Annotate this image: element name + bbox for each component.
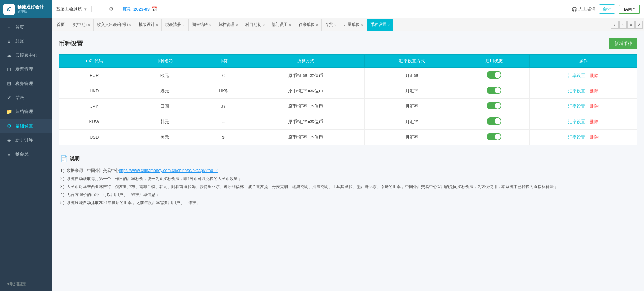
rate-setting-button[interactable]: 汇率设置 (568, 103, 585, 109)
cell-code: EUR (59, 68, 129, 83)
tab-balance[interactable]: 收(中期) × (68, 19, 94, 31)
settings-icon[interactable]: ⚙ (109, 6, 113, 12)
cell-rate-method: 月汇率 (365, 130, 459, 145)
cell-code: KRW (59, 114, 129, 130)
delete-button[interactable]: 删除 (590, 72, 599, 79)
tab-label: 模版设计 (139, 22, 155, 28)
rate-setting-button[interactable]: 汇率设置 (568, 88, 585, 94)
service-button[interactable]: 🎧 人工咨询 (572, 6, 596, 12)
tab-close-icon[interactable]: × (236, 23, 238, 27)
notes-icon: 📄 (60, 155, 68, 162)
guide-icon: ◈ (6, 137, 12, 143)
sidebar-item-archive[interactable]: 📁 归档管理 (0, 105, 52, 119)
toggle-switch[interactable] (487, 133, 501, 140)
tab-filing[interactable]: 归档管理 × (215, 19, 241, 31)
tab-close-icon[interactable]: × (182, 23, 184, 27)
tab-inventory[interactable]: 存货 × (322, 19, 340, 31)
col-calc: 折算方式 (247, 55, 364, 68)
delete-button[interactable]: 删除 (590, 134, 599, 140)
tab-home[interactable]: 首页 (53, 19, 68, 31)
toggle-switch[interactable] (487, 87, 501, 94)
cell-calc: 原币*汇率=本位币 (247, 68, 364, 83)
tab-subject[interactable]: 科目期初 × (242, 19, 268, 31)
calendar-icon[interactable]: 📅 (151, 6, 157, 12)
tab-unit[interactable]: 计量单位 × (340, 19, 367, 31)
cell-code: HKD (59, 83, 129, 99)
kuaiji-button[interactable]: 会计 (599, 4, 615, 14)
cell-code: USD (59, 130, 129, 145)
iam-button[interactable]: iAM * (619, 5, 640, 14)
sidebar-item-reports[interactable]: ☁ 云报表中心 (0, 48, 52, 62)
delete-button[interactable]: 删除 (590, 88, 599, 94)
sidebar-item-home[interactable]: ⌂ 首页 (0, 20, 52, 34)
cell-action: 汇率设置 删除 (530, 99, 637, 114)
sidebar-item-guide[interactable]: ◈ 新手引导 (0, 133, 52, 147)
tab-currency[interactable]: 币种设置 × (367, 19, 393, 31)
sidebar-item-ledger[interactable]: ≡ 总账 (0, 34, 52, 48)
cloud-icon: ☁ (6, 52, 12, 58)
tab-template[interactable]: 模版设计 × (135, 19, 162, 31)
rate-setting-button[interactable]: 汇率设置 (568, 119, 585, 125)
tab-close-icon[interactable]: × (209, 23, 211, 27)
tab-label: 收入支出表(年报) (97, 22, 128, 28)
tab-next-button[interactable]: › (619, 21, 627, 29)
tab-close-icon[interactable]: × (129, 23, 131, 27)
unpin-button[interactable]: ◀取消固定 (0, 277, 52, 291)
cell-rate-method: 月汇率 (365, 83, 459, 99)
rate-setting-button[interactable]: 汇率设置 (568, 72, 585, 79)
page-title: 币种设置 (59, 40, 83, 48)
cell-action: 汇率设置 删除 (530, 130, 637, 145)
tab-label: 存货 (325, 22, 333, 28)
delete-button[interactable]: 删除 (590, 119, 599, 125)
add-button[interactable]: + (96, 6, 99, 12)
tab-close-icon[interactable]: × (361, 23, 363, 27)
rate-setting-button[interactable]: 汇率设置 (568, 134, 585, 140)
tab-close-icon[interactable]: × (88, 23, 90, 27)
notes-title-area: 📄 说明 (60, 155, 636, 162)
sidebar-item-settle[interactable]: ✔ 结账 (0, 91, 52, 105)
note-item: 3）人民币对马来西亚林吉特、俄罗斯卢布、南非兰特、韩元、阿联酋迪拉姆、沙特里亚尔… (60, 183, 636, 191)
sidebar-item-member[interactable]: V 畅会员 (0, 147, 52, 161)
cell-symbol: -- (200, 114, 247, 130)
tab-period-end[interactable]: 期末结转 × (189, 19, 215, 31)
toggle-switch[interactable] (487, 117, 501, 125)
tab-close-all-button[interactable]: × (627, 21, 635, 29)
topbar-right: 🎧 人工咨询 会计 iAM * (572, 4, 640, 14)
new-currency-button[interactable]: 新增币种 (609, 38, 637, 49)
tab-maximize-button[interactable]: ⤢ (635, 21, 643, 29)
tab-dept[interactable]: 部门员工 × (268, 19, 295, 31)
delete-button[interactable]: 删除 (590, 103, 599, 109)
tab-prev-button[interactable]: ‹ (611, 21, 619, 29)
company-selector[interactable]: 基层工会测试 ▾ (56, 6, 87, 12)
tab-close-icon[interactable]: × (388, 23, 390, 27)
notes-list: 1）数据来源：中国外汇交易中心 https://www.chinamoney.c… (60, 166, 636, 207)
tab-close-icon[interactable]: × (289, 23, 291, 27)
sidebar-item-basic[interactable]: ⚙ 基础设置 (0, 119, 52, 133)
table-header: 币种代码 币种名称 币符 折算方式 汇率设置方式 启用状态 操作 (59, 55, 637, 68)
sidebar-item-invoice[interactable]: ◻ 发票管理 (0, 62, 52, 77)
sidebar-item-tax[interactable]: ⊞ 税务管理 (0, 77, 52, 91)
toggle-switch[interactable] (487, 71, 501, 79)
headset-icon: 🎧 (572, 7, 577, 12)
cell-symbol: J¥ (200, 99, 247, 114)
tab-close-icon[interactable]: × (334, 23, 336, 27)
sidebar-item-label: 归档管理 (15, 109, 33, 115)
sidebar-item-label: 云报表中心 (15, 52, 37, 58)
tab-tax[interactable]: 税表清册 × (162, 19, 188, 31)
cell-calc: 原币*汇率=本位币 (247, 83, 364, 99)
tab-close-icon[interactable]: × (316, 23, 318, 27)
tab-label: 期末结转 (192, 22, 208, 28)
tab-close-icon[interactable]: × (156, 23, 158, 27)
cell-name: 欧元 (129, 68, 200, 83)
tab-close-icon[interactable]: × (263, 23, 265, 27)
tab-label: 科目期初 (245, 22, 261, 28)
toggle-thumb (495, 87, 501, 93)
tab-partners[interactable]: 往来单位 × (295, 19, 322, 31)
currency-table: 币种代码 币种名称 币符 折算方式 汇率设置方式 启用状态 操作 EUR 欧元 … (59, 54, 637, 145)
tab-income[interactable]: 收入支出表(年报) × (94, 19, 135, 31)
toggle-switch[interactable] (487, 102, 501, 109)
notes-link[interactable]: https://www.chinamoney.com.cn/chinese/bk… (119, 166, 218, 175)
company-name: 基层工会测试 (56, 6, 82, 12)
cell-action: 汇率设置 删除 (530, 83, 637, 99)
sidebar-item-label: 基础设置 (15, 123, 33, 129)
